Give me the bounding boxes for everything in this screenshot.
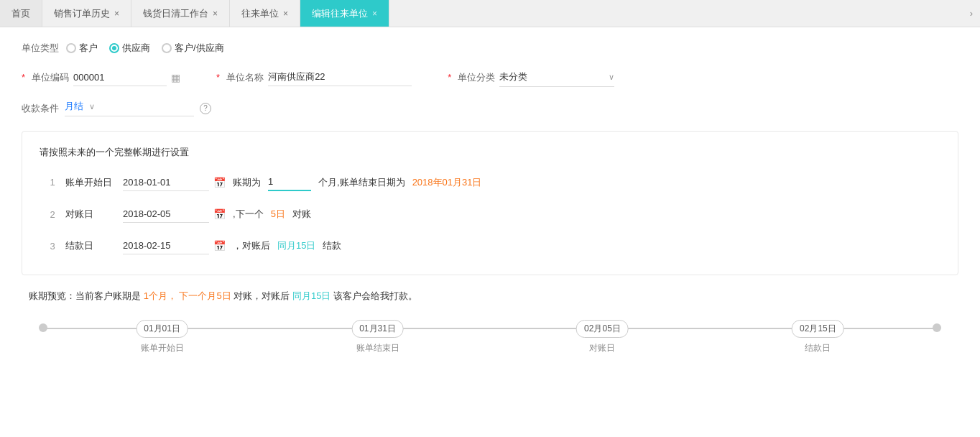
payment-condition-value: 月结 (65, 100, 83, 116)
billing-end-date-highlight: 2018年01月31日 (412, 176, 482, 189)
billing-calendar-icon-3[interactable]: 📅 (213, 240, 226, 252)
tab-cash-work-close[interactable]: × (213, 9, 218, 19)
tab-home-label: 首页 (11, 7, 30, 20)
unit-type-label: 单位类型 (22, 42, 59, 55)
unit-info-row: * 单位编码 ▦ * 单位名称 * 单位分类 未分类 ∨ (22, 68, 958, 87)
radio-both[interactable]: 客户/供应商 (162, 42, 224, 55)
tab-home[interactable]: 首页 (0, 0, 42, 27)
billing-field-label-3: 结款日 (65, 239, 116, 252)
radio-both-label: 客户/供应商 (175, 42, 224, 55)
period-preview: 账期预览：当前客户账期是 1个月， 下一个月5日 对账，对账后 同月15日 该客… (22, 290, 958, 303)
period-preview-part3: 同月15日 (292, 290, 330, 301)
billing-date-input-2[interactable] (123, 206, 209, 223)
tab-more-button[interactable]: › (963, 0, 980, 27)
unit-code-input[interactable] (73, 69, 167, 86)
radio-customer-label: 客户 (79, 42, 98, 55)
billing-card: 请按照未来的一个完整帐期进行设置 1 账单开始日 📅 账期为 个月,账单结束日期… (22, 131, 958, 275)
tab-sales-history[interactable]: 销售订单历史 × (42, 0, 131, 27)
timeline-right-dot (933, 323, 941, 332)
unit-category-arrow-icon: ∨ (609, 73, 614, 82)
unit-type-radio-group: 客户 供应商 客户/供应商 (66, 42, 224, 55)
payment-condition-row: 收款条件 月结 ∨ ? (22, 100, 958, 116)
help-icon[interactable]: ? (200, 103, 211, 114)
billing-reconcile-text: 对账 (292, 208, 311, 221)
chevron-right-icon: › (970, 8, 973, 19)
billing-payment-day-highlight: 同月15日 (277, 239, 315, 252)
billing-field-label-2: 对账日 (65, 208, 116, 221)
billing-card-title: 请按照未来的一个完整帐期进行设置 (40, 146, 940, 159)
billing-period-input[interactable] (268, 173, 311, 191)
timeline-node-2-label: 账单结束日 (356, 342, 399, 354)
tab-bar: 首页 销售订单历史 × 钱货日清工作台 × 往来单位 × 编辑往来单位 × › (0, 0, 980, 27)
billing-calendar-icon-1[interactable]: 📅 (213, 177, 226, 188)
unit-name-wrapper: * 单位名称 (216, 69, 412, 86)
tab-cash-work-label: 钱货日清工作台 (143, 7, 208, 20)
timeline-node-1: 01月01日 账单开始日 (136, 320, 188, 354)
billing-num-2: 2 (47, 209, 58, 220)
period-preview-suffix: 该客户会给我打款。 (333, 290, 417, 301)
timeline-left-dot (39, 323, 47, 332)
radio-supplier[interactable]: 供应商 (109, 42, 150, 55)
radio-both-circle (162, 43, 172, 53)
billing-date-field-2: 📅 (123, 206, 226, 223)
timeline-node-3-badge: 02月05日 (576, 320, 629, 338)
period-preview-prefix: 账期预览：当前客户账期是 (29, 290, 141, 301)
tab-partner-close[interactable]: × (283, 9, 288, 19)
unit-category-wrapper: * 单位分类 未分类 ∨ (448, 68, 614, 87)
period-preview-part1: 1个月， (144, 290, 177, 301)
timeline-container: 01月01日 账单开始日 01月31日 账单结束日 02月05日 对账日 02月… (22, 320, 958, 363)
timeline-node-2-badge: 01月31日 (351, 320, 404, 338)
unit-code-label: 单位编码 (32, 71, 69, 84)
tab-partner-label: 往来单位 (241, 7, 279, 20)
billing-date-input-3[interactable] (123, 237, 209, 254)
tab-edit-partner[interactable]: 编辑往来单位 × (300, 0, 389, 27)
billing-date-field-1: 📅 (123, 174, 226, 191)
unit-name-label: 单位名称 (226, 71, 264, 84)
payment-condition-label: 收款条件 (22, 102, 59, 115)
payment-condition-arrow-icon[interactable]: ∨ (89, 102, 95, 114)
timeline-node-1-badge: 01月01日 (136, 320, 188, 338)
tab-cash-work[interactable]: 钱货日清工作台 × (131, 0, 230, 27)
unit-code-required: * (22, 72, 25, 83)
main-content: 单位类型 客户 供应商 客户/供应商 * 单位编码 ▦ (0, 27, 980, 437)
billing-payment-text: 结款 (323, 239, 341, 252)
billing-date-field-3: 📅 (123, 237, 226, 254)
timeline-node-4: 02月15日 结款日 (792, 320, 844, 354)
unit-code-wrapper: * 单位编码 ▦ (22, 69, 180, 86)
billing-num-1: 1 (47, 177, 58, 188)
billing-calendar-icon-2[interactable]: 📅 (213, 208, 226, 220)
billing-period-label: 账期为 (233, 176, 261, 189)
tab-sales-history-label: 销售订单历史 (54, 7, 110, 20)
radio-customer[interactable]: 客户 (66, 42, 98, 55)
unit-category-dropdown[interactable]: 未分类 ∨ (499, 68, 614, 87)
unit-type-row: 单位类型 客户 供应商 客户/供应商 (22, 42, 958, 55)
timeline-node-4-badge: 02月15日 (792, 320, 844, 338)
timeline-node-3-label: 对账日 (589, 342, 615, 354)
unit-category-required: * (448, 72, 451, 83)
billing-date-input-1[interactable] (123, 174, 209, 191)
timeline-node-1-label: 账单开始日 (141, 342, 184, 354)
tab-partner[interactable]: 往来单位 × (230, 0, 300, 27)
period-preview-part2: 下一个月5日 (179, 290, 231, 301)
tab-sales-history-close[interactable]: × (114, 9, 119, 19)
billing-reconcile-day-highlight: 5日 (271, 208, 285, 221)
tab-edit-partner-close[interactable]: × (372, 9, 377, 19)
unit-code-field-group: ▦ (73, 69, 180, 86)
billing-row-2: 2 对账日 📅 ,下一个 5日 对账 (40, 206, 940, 223)
billing-next-prefix: ,下一个 (233, 208, 264, 221)
timeline-node-2: 01月31日 账单结束日 (351, 320, 404, 354)
unit-code-picker-icon[interactable]: ▦ (171, 72, 180, 83)
billing-field-label-1: 账单开始日 (65, 176, 116, 189)
timeline-node-4-label: 结款日 (805, 342, 831, 354)
radio-customer-circle (66, 43, 76, 53)
unit-name-required: * (216, 72, 220, 83)
timeline-node-3: 02月05日 对账日 (576, 320, 629, 354)
billing-num-3: 3 (47, 241, 58, 252)
radio-supplier-circle (109, 43, 119, 53)
unit-category-label: 单位分类 (458, 71, 495, 84)
billing-row-1: 1 账单开始日 📅 账期为 个月,账单结束日期为 2018年01月31日 (40, 173, 940, 191)
billing-after-reconcile-text: ，对账后 (233, 239, 270, 252)
unit-name-input[interactable] (268, 69, 412, 86)
radio-supplier-label: 供应商 (122, 42, 150, 55)
billing-months-text: 个月,账单结束日期为 (318, 176, 405, 189)
